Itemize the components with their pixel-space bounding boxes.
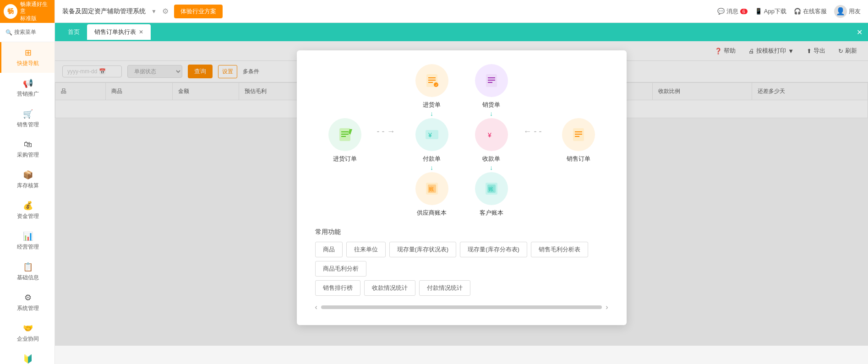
sidebar-item-system[interactable]: ⚙ 系统管理 (0, 287, 55, 318)
sidebar-item-label: 营销推广 (17, 90, 39, 98)
func-buttons-row1: 商品 往来单位 现存量(库存状况表) 现存量(库存分布表) 销售毛利分析表 商品… (315, 242, 608, 277)
flow-section: 进货订单 - - → (315, 64, 608, 217)
sales-icon: 🛒 (23, 109, 33, 119)
message-icon: 💬 (717, 8, 725, 15)
flow-item-customer-ledger[interactable]: 账 客户账本 (462, 172, 521, 217)
flow-item-sales-bill[interactable]: 销货单 (462, 64, 521, 109)
svg-rect-10 (426, 130, 438, 139)
scroll-bar[interactable] (321, 305, 602, 309)
app-download-button[interactable]: 📱 App下载 (755, 7, 786, 16)
arrow-down-4: ↓ (490, 164, 493, 171)
sidebar-nav: ⊞ 快捷导航 📢 营销推广 🛒 销售管理 🛍 采购管理 📦 库存核算 💰 (0, 42, 55, 364)
finance-icon: 💰 (23, 201, 33, 211)
sidebar-item-label: 经营管理 (17, 243, 39, 251)
content-main: ❓ 帮助 🖨 按模板打印 ▼ ⬆ 导出 ↻ (55, 41, 868, 346)
func-btn-goods[interactable]: 商品 (315, 242, 343, 257)
search-icon: 🔍 (5, 29, 12, 36)
sidebar-item-base-info[interactable]: 📋 基础信息 (0, 256, 55, 287)
func-btn-counterparty[interactable]: 往来单位 (346, 242, 386, 257)
svg-text:✓: ✓ (435, 83, 438, 87)
common-functions: 常用功能 商品 往来单位 现存量(库存状况表) 现存量(库存分布表) 销售毛利分… (315, 228, 608, 296)
scroll-hint: ‹ › (315, 303, 608, 311)
sales-order-circle (562, 118, 595, 151)
scroll-left-icon[interactable]: ‹ (315, 303, 317, 311)
flow-item-payment[interactable]: ¥ 付款单 (402, 118, 462, 163)
online-service-button[interactable]: 🎧 在线客服 (794, 7, 827, 16)
sidebar-item-marketing[interactable]: 📢 营销推广 (0, 73, 55, 103)
sidebar-item-purchase[interactable]: 🛍 采购管理 (0, 134, 55, 164)
customer-circle: 账 (475, 172, 508, 205)
logo-text: 畅康通好生意 标准版 (20, 1, 51, 22)
sidebar-item-enterprise[interactable]: 🤝 企业协同 (0, 318, 55, 348)
system-icon: ⚙ (24, 293, 32, 303)
func-btn-receipt-stats[interactable]: 收款情况统计 (364, 280, 415, 296)
sales-order-label: 销售订单 (567, 155, 590, 163)
purchase-order-label: 进货订单 (333, 155, 357, 163)
sales-bill-label: 销货单 (482, 101, 500, 109)
settings-icon[interactable]: ⚙ (162, 7, 169, 16)
sidebar-item-label: 资金管理 (17, 212, 39, 220)
headset-icon: 🎧 (794, 8, 801, 15)
purchase-order-circle (328, 118, 361, 151)
message-button[interactable]: 💬 消息 6 (717, 7, 748, 16)
svg-text:账: 账 (488, 186, 494, 192)
inventory-icon: 📦 (23, 170, 33, 180)
func-btn-stock-dist[interactable]: 现存量(库存分布表) (460, 242, 527, 257)
func-btn-payment-stats[interactable]: 付款情况统计 (419, 280, 470, 296)
sidebar-item-label: 系统管理 (17, 304, 39, 312)
payment-circle: ¥ (415, 118, 448, 151)
username: 用友 (849, 7, 861, 16)
content-inner: 首页 销售订单执行表 ✕ ✕ ❓ 帮助 (55, 23, 868, 346)
svg-text:账: 账 (429, 186, 434, 192)
flow-item-sales-order[interactable]: 销售订单 (549, 118, 608, 163)
sidebar-item-inventory[interactable]: 📦 库存核算 (0, 164, 55, 195)
receipt-label: 收款单 (482, 155, 500, 163)
tab-sales-order[interactable]: 销售订单执行表 ✕ (87, 24, 151, 40)
main-content: 装备及固定资产辅助管理系统 ▼ ⚙ 体验行业方案 💬 消息 6 📱 App下载 … (55, 0, 868, 364)
marketing-icon: 📢 (23, 78, 33, 88)
flow-item-supplier-ledger[interactable]: 账 供应商账本 (402, 172, 462, 217)
top-bar: 装备及固定资产辅助管理系统 ▼ ⚙ 体验行业方案 💬 消息 6 📱 App下载 … (55, 0, 868, 23)
sidebar-item-label: 快捷导航 (17, 60, 39, 67)
func-btn-stock-status[interactable]: 现存量(库存状况表) (389, 242, 457, 257)
user-menu[interactable]: 👤 用友 (834, 5, 861, 18)
scroll-right-icon[interactable]: › (606, 303, 608, 311)
quick-nav-icon: ⊞ (25, 48, 32, 58)
sidebar-item-label: 销售管理 (17, 121, 39, 129)
sidebar-item-beginner[interactable]: 🔰 新手引导 (0, 348, 55, 364)
func-btn-goods-profit[interactable]: 商品毛利分析 (315, 261, 366, 277)
sidebar-item-label: 库存核算 (17, 182, 39, 190)
arrow-2: ← - - (521, 127, 549, 146)
search-menu-button[interactable]: 🔍 搜索菜单 (4, 27, 51, 38)
arrow-down-2: ↓ (430, 164, 433, 171)
flow-popup: 进货订单 - - → (297, 50, 627, 325)
func-btn-sales-profit[interactable]: 销售毛利分析表 (531, 242, 588, 257)
svg-text:¥: ¥ (428, 131, 432, 139)
tab-home[interactable]: 首页 (60, 24, 87, 40)
logo-icon: 畅 (4, 4, 17, 19)
flow-item-purchase-order[interactable]: 进货订单 (315, 118, 375, 163)
customer-label: 客户账本 (480, 209, 503, 217)
system-dropdown-icon[interactable]: ▼ (151, 8, 157, 15)
flow-item-purchase-bill[interactable]: ✓ 进货单 (402, 64, 462, 109)
user-avatar: 👤 (834, 5, 847, 18)
download-icon: 📱 (755, 8, 762, 15)
tab-close-icon[interactable]: ✕ (139, 29, 143, 35)
trial-button[interactable]: 体验行业方案 (174, 5, 223, 18)
sidebar-item-quick-nav[interactable]: ⊞ 快捷导航 (0, 42, 55, 73)
sidebar-item-operations[interactable]: 📊 经营管理 (0, 226, 55, 256)
purchase-bill-label: 进货单 (423, 101, 441, 109)
tab-bar-close-icon[interactable]: ✕ (857, 28, 863, 37)
sidebar-search-section: 🔍 搜索菜单 (0, 23, 55, 42)
popup-overlay: 进货订单 - - → (55, 41, 868, 346)
sidebar-item-sales[interactable]: 🛒 销售管理 (0, 103, 55, 134)
flow-item-receipt[interactable]: ¥ 收款单 (462, 118, 521, 163)
top-bar-right: 💬 消息 6 📱 App下载 🎧 在线客服 👤 用友 (717, 5, 861, 18)
sidebar-item-label: 企业协同 (17, 335, 39, 343)
arrow-down-1: ↓ (430, 110, 433, 117)
sidebar: 畅 畅康通好生意 标准版 🔍 搜索菜单 ⊞ 快捷导航 📢 营销推广 🛒 (0, 0, 55, 364)
sidebar-item-label: 基础信息 (17, 274, 39, 282)
func-btn-sales-rank[interactable]: 销售排行榜 (315, 280, 360, 296)
supplier-circle: 账 (415, 172, 448, 205)
sidebar-item-finance[interactable]: 💰 资金管理 (0, 195, 55, 226)
